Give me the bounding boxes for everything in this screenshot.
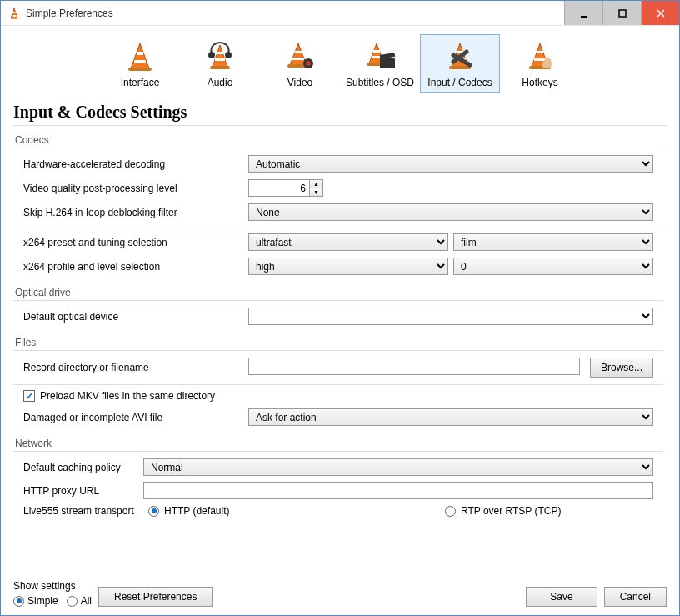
page-title: Input & Codecs Settings: [13, 103, 667, 122]
http-radio[interactable]: [148, 506, 159, 517]
proxy-label: HTTP proxy URL: [23, 485, 143, 497]
spinner-down[interactable]: ▼: [310, 188, 322, 196]
tab-interface[interactable]: Interface: [100, 34, 180, 93]
svg-rect-14: [210, 66, 230, 69]
tab-audio[interactable]: Audio: [180, 34, 260, 93]
cancel-button[interactable]: Cancel: [604, 587, 667, 607]
svg-point-15: [208, 52, 215, 58]
svg-rect-4: [619, 10, 626, 17]
tab-video[interactable]: Video: [260, 34, 340, 93]
x264tuning-select[interactable]: film: [453, 233, 653, 251]
close-button[interactable]: [641, 1, 679, 25]
svg-rect-35: [534, 58, 546, 61]
codecs-section-label: Codecs: [15, 134, 663, 146]
record-label: Record directory or filename: [23, 362, 248, 373]
optical-section-label: Optical drive: [15, 287, 663, 298]
svg-rect-9: [134, 60, 146, 63]
browse-button[interactable]: Browse...: [590, 358, 653, 378]
tabstrip: Interface Audio Video Subtitles / OSD In…: [13, 34, 667, 93]
proxy-input[interactable]: [143, 482, 653, 499]
svg-point-22: [306, 61, 311, 66]
x264preset-label: x264 preset and tuning selection: [23, 237, 248, 248]
cone-hand-icon: [522, 40, 558, 73]
cone-clapper-icon: [362, 40, 398, 73]
preload-mkv-checkbox[interactable]: [23, 390, 35, 402]
vlc-icon: [8, 7, 21, 20]
tab-input-codecs[interactable]: Input / Codecs: [420, 34, 500, 93]
cone-icon: [122, 40, 158, 73]
simple-radio[interactable]: [13, 596, 24, 607]
svg-rect-34: [537, 51, 543, 53]
x264profile-select[interactable]: high: [248, 258, 448, 275]
hwdec-label: Hardware-accelerated decoding: [23, 158, 248, 170]
svg-rect-12: [217, 52, 223, 54]
maximize-button[interactable]: [602, 1, 641, 25]
svg-rect-10: [128, 68, 152, 71]
avi-label: Damaged or incomplete AVI file: [23, 412, 248, 423]
svg-rect-18: [295, 51, 302, 53]
preferences-window: Simple Preferences Interface Audio Video: [0, 0, 680, 616]
svg-rect-2: [12, 15, 17, 17]
optical-device-select[interactable]: [248, 308, 653, 325]
postproc-input[interactable]: [248, 179, 310, 197]
svg-point-16: [225, 52, 232, 58]
svg-rect-28: [380, 53, 396, 59]
save-button[interactable]: Save: [526, 587, 597, 607]
svg-rect-24: [373, 50, 380, 53]
svg-rect-27: [380, 58, 395, 68]
spinner-up[interactable]: ▲: [310, 180, 322, 188]
footer: Show settings Simple All Reset Preferenc…: [1, 572, 679, 615]
svg-rect-32: [449, 66, 471, 69]
svg-rect-1: [13, 12, 16, 13]
titlebar: Simple Preferences: [1, 1, 679, 26]
all-radio[interactable]: [67, 596, 78, 607]
cone-wrench-icon: [442, 40, 478, 73]
caching-select[interactable]: Normal: [143, 458, 653, 476]
svg-rect-19: [292, 58, 304, 60]
simple-label: Simple: [28, 595, 58, 607]
rtp-option-label: RTP over RTSP (TCP): [461, 505, 561, 517]
show-settings-label: Show settings: [13, 580, 92, 592]
svg-rect-13: [215, 58, 225, 61]
network-section-label: Network: [15, 438, 663, 449]
skipdeblock-label: Skip H.264 in-loop deblocking filter: [23, 207, 248, 218]
x264profile-label: x264 profile and level selection: [23, 261, 248, 273]
cone-headphones-icon: [202, 40, 238, 73]
minimize-button[interactable]: [564, 1, 602, 25]
tab-hotkeys[interactable]: Hotkeys: [500, 34, 580, 93]
all-label: All: [81, 595, 92, 607]
window-title: Simple Preferences: [26, 8, 564, 19]
svg-rect-3: [581, 16, 588, 18]
cone-film-icon: [282, 40, 318, 73]
http-option-label: HTTP (default): [164, 505, 229, 517]
live555-label: Live555 stream transport: [23, 505, 143, 517]
files-section-label: Files: [15, 337, 663, 348]
reset-button[interactable]: Reset Preferences: [98, 587, 212, 607]
record-input[interactable]: [248, 358, 580, 375]
postproc-spinner[interactable]: ▲▼: [248, 179, 323, 197]
preload-mkv-label: Preload MKV files in the same directory: [40, 390, 215, 402]
rtp-radio[interactable]: [445, 506, 456, 517]
hwdec-select[interactable]: Automatic: [248, 155, 653, 173]
optical-device-label: Default optical device: [23, 311, 248, 323]
svg-rect-8: [137, 52, 143, 55]
caching-label: Default caching policy: [23, 462, 143, 473]
x264level-select[interactable]: 0: [453, 258, 653, 275]
x264preset-select[interactable]: ultrafast: [248, 233, 448, 251]
avi-select[interactable]: Ask for action: [248, 408, 653, 426]
skipdeblock-select[interactable]: None: [248, 203, 653, 221]
tab-subtitles[interactable]: Subtitles / OSD: [340, 34, 420, 93]
postproc-label: Video quality post-processing level: [23, 183, 248, 194]
svg-marker-7: [131, 43, 149, 68]
